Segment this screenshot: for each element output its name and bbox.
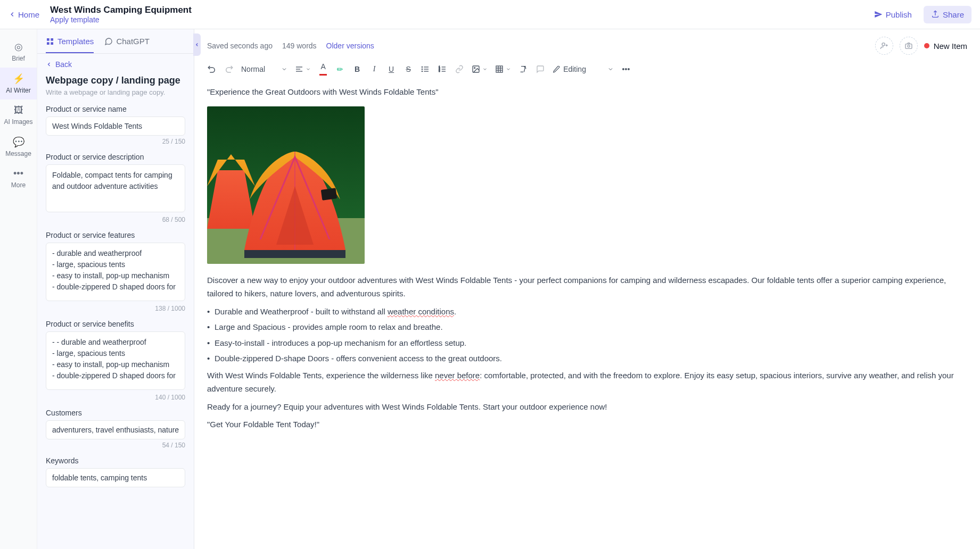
format-select[interactable]: Normal xyxy=(241,65,287,73)
doc-bullet-2: Large and Spacious - provides ample room… xyxy=(207,320,967,334)
rail-more-label: More xyxy=(11,181,26,189)
svg-rect-27 xyxy=(496,66,503,72)
svg-point-26 xyxy=(474,67,475,68)
input-product-benefits[interactable] xyxy=(46,331,185,390)
back-link[interactable]: Back xyxy=(46,60,185,69)
svg-point-16 xyxy=(422,66,422,67)
undo-button[interactable] xyxy=(207,64,217,74)
strikethrough-button[interactable]: S xyxy=(403,65,413,73)
doc-p3: Ready for a journey? Equip your adventur… xyxy=(207,400,967,414)
input-customers[interactable] xyxy=(46,420,185,439)
svg-point-18 xyxy=(422,71,422,71)
label-keywords: Keywords xyxy=(46,456,185,465)
publish-button[interactable]: Publish xyxy=(869,7,917,22)
share-label: Share xyxy=(943,10,964,19)
clear-format-button[interactable] xyxy=(518,65,528,73)
tab-chatgpt-label: ChatGPT xyxy=(116,37,150,46)
camera-button[interactable] xyxy=(900,37,918,55)
underline-button[interactable]: U xyxy=(386,65,396,73)
svg-rect-2 xyxy=(51,38,53,41)
chevron-down-icon xyxy=(607,66,614,72)
redo-button[interactable] xyxy=(224,64,234,74)
add-user-button[interactable] xyxy=(875,37,893,55)
rail-message-label: Message xyxy=(5,150,31,157)
input-product-name[interactable] xyxy=(46,117,185,136)
form-sub: Write a webpage or landing page copy. xyxy=(46,88,185,96)
text-color-button[interactable]: A xyxy=(318,62,328,76)
input-product-features[interactable] xyxy=(46,243,185,301)
counter-product-features: 138 / 1000 xyxy=(46,305,185,312)
home-link[interactable]: Home xyxy=(9,10,39,19)
numbered-list-button[interactable]: 123 xyxy=(438,65,447,73)
doc-bullet-4: Double-zippered D-shape Doors - offers c… xyxy=(207,352,967,365)
clear-format-icon xyxy=(519,65,528,73)
svg-text:3: 3 xyxy=(439,70,440,72)
document-content[interactable]: "Experience the Great Outdoors with West… xyxy=(194,83,980,549)
bullet-list-button[interactable] xyxy=(421,65,430,73)
topbar: Home West Winds Camping Equipment Apply … xyxy=(0,0,980,29)
bold-button[interactable]: B xyxy=(352,65,362,73)
chevron-down-icon xyxy=(306,66,311,72)
rail-ai-images-label: AI Images xyxy=(4,118,32,126)
doc-bullet-3: Easy-to-install - introduces a pop-up me… xyxy=(207,336,967,350)
rail-more[interactable]: ••• More xyxy=(0,163,37,194)
highlight-button[interactable]: ✎ xyxy=(335,65,345,73)
tent-image xyxy=(207,106,365,264)
toolbar: Normal A ✎ B I U S 123 Editing xyxy=(194,55,980,83)
new-item-status[interactable]: New Item xyxy=(924,41,967,51)
label-product-desc: Product or service description xyxy=(46,153,185,161)
side-rail: ◎ Brief ⚡ AI Writer 🖼 AI Images 💬 Messag… xyxy=(0,29,37,549)
rail-ai-writer[interactable]: ⚡ AI Writer xyxy=(0,68,37,99)
bullet-list-icon xyxy=(421,65,430,73)
table-button[interactable] xyxy=(495,65,511,73)
link-button[interactable] xyxy=(455,65,464,73)
tab-chatgpt[interactable]: ChatGPT xyxy=(104,37,150,53)
svg-point-5 xyxy=(882,43,885,46)
comment-button[interactable] xyxy=(536,65,545,73)
align-icon xyxy=(295,65,303,73)
svg-point-17 xyxy=(422,69,422,69)
older-versions-link[interactable]: Older versions xyxy=(326,41,374,50)
home-label: Home xyxy=(18,10,39,19)
label-product-benefits: Product or service benefits xyxy=(46,320,185,328)
counter-product-name: 25 / 150 xyxy=(46,138,185,145)
doc-cta: "Get Your Foldable Tent Today!" xyxy=(207,418,967,431)
publish-label: Publish xyxy=(886,10,912,19)
doc-bullet-1: Durable and Weatherproof - built to with… xyxy=(207,305,967,319)
apply-template-link[interactable]: Apply template xyxy=(50,15,192,24)
numbered-list-icon: 123 xyxy=(438,65,447,73)
share-button[interactable]: Share xyxy=(924,6,971,23)
input-product-desc[interactable] xyxy=(46,164,185,212)
highlight-icon: ✎ xyxy=(335,64,345,74)
align-button[interactable] xyxy=(295,65,311,73)
editing-mode-select[interactable]: Editing xyxy=(553,65,614,73)
italic-button[interactable]: I xyxy=(369,65,379,73)
form-panel: Templates ChatGPT Back Webpage copy / la… xyxy=(37,29,194,549)
rail-brief-label: Brief xyxy=(12,55,25,62)
chevron-down-icon xyxy=(281,66,287,72)
chat-icon: 💬 xyxy=(13,136,24,148)
input-keywords[interactable] xyxy=(46,468,185,487)
redo-icon xyxy=(224,64,234,74)
link-icon xyxy=(455,65,464,73)
doc-headline: "Experience the Great Outdoors with West… xyxy=(207,85,967,99)
chevron-down-icon xyxy=(482,66,488,72)
collapse-panel-button[interactable] xyxy=(193,34,201,56)
tab-templates[interactable]: Templates xyxy=(46,37,94,53)
chevron-down-icon xyxy=(506,66,511,72)
target-icon: ◎ xyxy=(14,41,23,53)
dots-icon: ••• xyxy=(13,168,23,179)
label-customers: Customers xyxy=(46,409,185,417)
counter-product-benefits: 140 / 1000 xyxy=(46,394,185,401)
save-status: Saved seconds ago xyxy=(207,41,273,50)
camera-icon xyxy=(904,41,913,50)
rail-message[interactable]: 💬 Message xyxy=(0,131,37,163)
rail-brief[interactable]: ◎ Brief xyxy=(0,36,37,68)
doc-p2: With West Winds Foldable Tents, experien… xyxy=(207,369,967,396)
svg-rect-3 xyxy=(47,42,50,45)
more-toolbar-button[interactable]: ••• xyxy=(621,65,631,73)
image-button[interactable] xyxy=(472,65,488,73)
svg-rect-8 xyxy=(905,44,912,49)
rail-ai-images[interactable]: 🖼 AI Images xyxy=(0,99,37,131)
svg-point-9 xyxy=(908,45,910,47)
